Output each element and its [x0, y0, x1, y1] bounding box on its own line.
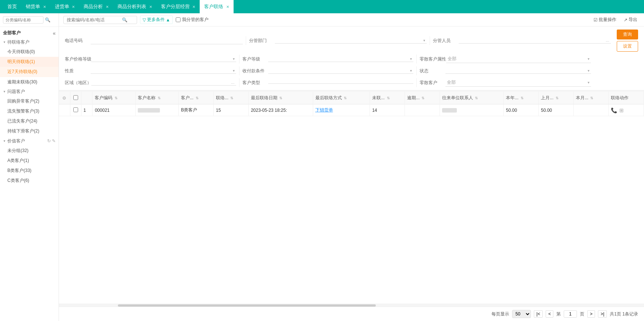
- nav-purchase-close[interactable]: ✕: [72, 5, 75, 9]
- status-field: 状态 ▾: [420, 68, 591, 74]
- sidebar-item-class-b[interactable]: B类客户(33): [0, 166, 59, 176]
- gender-select[interactable]: ▾: [91, 68, 236, 74]
- action-buttons: 查询 设置: [617, 30, 638, 52]
- region-select[interactable]: …: [91, 80, 236, 86]
- chevron-down-icon-9: ▾: [588, 80, 589, 84]
- division-person-label: 分管人员: [433, 38, 459, 44]
- col-unit-contact[interactable]: 往来单位联系人 ⇅: [440, 92, 503, 104]
- my-customer-checkbox[interactable]: 我分管的客户: [176, 17, 209, 23]
- chevron-down-icon-5: ▾: [233, 69, 235, 73]
- gender-field: 性质 ▾: [65, 68, 236, 74]
- payment-terms-field: 收付款条件 ▾: [242, 68, 414, 74]
- ellipsis-icon: …: [606, 38, 609, 42]
- phone-action-icon[interactable]: 📞: [611, 107, 617, 113]
- retail-attr-select[interactable]: 全部 ▾: [446, 55, 591, 63]
- retail-customer-select[interactable]: 全部 ▾: [445, 79, 591, 87]
- division-dept-select[interactable]: ▾: [275, 38, 427, 44]
- nav-product-analysis-list[interactable]: 商品分析列表 ✕: [113, 0, 157, 13]
- col-customer-code[interactable]: 客户编码 ⇅: [92, 92, 136, 104]
- col-last-contact-date[interactable]: 最后联络日期 ⇅: [248, 92, 313, 104]
- nav-purchase[interactable]: 进货单 ✕: [50, 0, 80, 13]
- chevron-down-icon-4: ▾: [588, 57, 589, 61]
- search-button[interactable]: 🔍: [122, 17, 127, 23]
- sidebar-search-input[interactable]: [3, 16, 43, 24]
- row-this-year: 50.00: [504, 104, 539, 116]
- payment-terms-select[interactable]: ▾: [268, 68, 414, 74]
- batch-op-button[interactable]: ☑ 批量操作: [591, 16, 619, 24]
- price-level-label: 客户价格等级: [65, 56, 91, 62]
- horizontal-scrollbar[interactable]: [59, 304, 644, 307]
- col-this-year[interactable]: 本年... ⇅: [504, 92, 539, 104]
- sidebar: 🔍 全部客户 « 待联络客户 今天待联络(0) 明天待联络(1) 近7天待联络(…: [0, 13, 59, 321]
- sidebar-search-icon[interactable]: 🔍: [45, 17, 50, 23]
- col-contact-count[interactable]: 联络... ⇅: [214, 92, 249, 104]
- sidebar-item-churned[interactable]: 已流失客户(24): [0, 116, 59, 126]
- sidebar-search-area: 🔍: [0, 13, 59, 27]
- row-last-contact-date: 2023-05-23 18:25:: [248, 104, 313, 116]
- search-input[interactable]: [67, 17, 122, 23]
- more-filter-button[interactable]: ▽ 更多条件 ▲: [140, 15, 173, 24]
- sort-icon-name: ⇅: [158, 96, 161, 100]
- prev-page-button[interactable]: <: [546, 310, 553, 318]
- col-last-contact-method[interactable]: 最后联络方式 ⇅: [313, 92, 370, 104]
- customer-type-select[interactable]: [268, 82, 414, 84]
- nav-customer-tier[interactable]: 客户分层经营 ✕: [157, 0, 200, 13]
- sidebar-item-tomorrow-contact[interactable]: 明天待联络(1): [0, 57, 59, 67]
- query-button[interactable]: 查询: [617, 30, 638, 39]
- nav-product-analysis[interactable]: 商品分析 ✕: [79, 0, 113, 13]
- nav-home[interactable]: 首页: [3, 0, 21, 13]
- col-uncontacted[interactable]: 未联... ⇅: [370, 92, 405, 104]
- row-last-month: 50.00: [539, 104, 574, 116]
- grid-action-icon[interactable]: ⊞: [619, 107, 624, 113]
- per-page-select[interactable]: 50 100 200: [512, 310, 531, 318]
- sidebar-item-declining[interactable]: 持续下滑客户(2): [0, 126, 59, 136]
- next-page-button[interactable]: >: [587, 310, 595, 318]
- col-overdue[interactable]: 逾期... ⇅: [405, 92, 440, 104]
- customer-level-select[interactable]: ▾: [268, 56, 414, 62]
- col-customer-name[interactable]: 客户名称 ⇅: [136, 92, 179, 104]
- nav-customer-contact-close[interactable]: ✕: [226, 5, 229, 9]
- export-button[interactable]: ↗ 导出: [622, 16, 640, 24]
- sidebar-item-today-contact[interactable]: 今天待联络(0): [0, 47, 59, 57]
- nav-customer-contact[interactable]: 客户联络 ✕: [200, 0, 234, 13]
- status-select[interactable]: ▾: [445, 68, 591, 74]
- row-last-contact-method: 下销货单: [313, 104, 370, 116]
- nav-product-analysis-list-close[interactable]: ✕: [149, 5, 152, 9]
- nav-sales-close[interactable]: ✕: [43, 5, 46, 9]
- sidebar-item-churn-warning[interactable]: 流失预警客户(3): [0, 106, 59, 116]
- my-customer-check[interactable]: [176, 17, 181, 22]
- first-page-button[interactable]: |<: [534, 310, 543, 318]
- sidebar-item-7days-contact[interactable]: 近7天待联络(0): [0, 67, 59, 77]
- sidebar-item-class-c[interactable]: C类客户(6): [0, 176, 59, 186]
- sidebar-item-class-a[interactable]: A类客户(1): [0, 156, 59, 166]
- col-gear[interactable]: ⚙: [59, 92, 70, 104]
- row-checkbox[interactable]: [73, 107, 78, 112]
- phone-input[interactable]: [91, 37, 243, 44]
- select-all-checkbox[interactable]: [73, 95, 78, 100]
- divider-1: [246, 36, 246, 45]
- col-customer-type[interactable]: 客户... ⇅: [179, 92, 214, 104]
- page-input[interactable]: [564, 310, 577, 318]
- scrollbar-thumb[interactable]: [118, 304, 376, 307]
- sidebar-item-repurchase-abnormal[interactable]: 回购异常客户(2): [0, 96, 59, 106]
- col-this-month[interactable]: 本月... ⇅: [574, 92, 609, 104]
- nav-product-analysis-close[interactable]: ✕: [106, 5, 109, 9]
- col-last-month[interactable]: 上月... ⇅: [539, 92, 574, 104]
- pending-contact-group[interactable]: 待联络客户: [0, 38, 59, 47]
- price-level-select[interactable]: ▾: [91, 56, 236, 62]
- last-page-button[interactable]: >|: [598, 310, 607, 318]
- main-layout: 🔍 全部客户 « 待联络客户 今天待联络(0) 明天待联络(1) 近7天待联络(…: [0, 13, 644, 321]
- last-contact-method-link[interactable]: 下销货单: [315, 107, 333, 113]
- value-customer-group[interactable]: 价值客户 ↻ ✎: [0, 137, 59, 146]
- sidebar-item-overdue-contact[interactable]: 逾期未联络(30): [0, 77, 59, 87]
- divider-4: [416, 55, 417, 63]
- filter-row-3: 性质 ▾ 收付款条件 ▾ 状态: [65, 66, 638, 75]
- problem-customer-group[interactable]: 问题客户: [0, 87, 59, 96]
- setting-button[interactable]: 设置: [617, 41, 638, 52]
- sidebar-item-ungrouped[interactable]: 未分组(32): [0, 146, 59, 156]
- nav-sales[interactable]: 销货单 ✕: [21, 0, 50, 13]
- retail-attr-field: 零散客户属性 全部 ▾: [420, 55, 591, 63]
- all-customers-header[interactable]: 全部客户 «: [0, 27, 59, 38]
- division-person-select[interactable]: …: [459, 38, 611, 44]
- nav-customer-tier-close[interactable]: ✕: [192, 5, 195, 9]
